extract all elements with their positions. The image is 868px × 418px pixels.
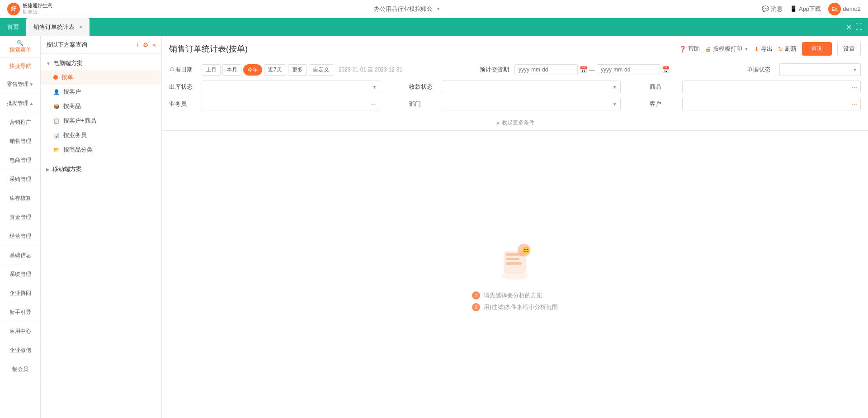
nav-dropdown-area[interactable]: 办公用品行业模拟账套 ▼ xyxy=(374,5,441,13)
salesman-dots-icon[interactable]: ··· xyxy=(372,100,377,108)
calendar-end-icon[interactable]: 📅 xyxy=(662,66,670,73)
refresh-button[interactable]: ↻ 刷新 xyxy=(778,45,797,53)
top-bar-left: 好 畅捷通好生意 标准版 xyxy=(7,3,52,15)
search-button[interactable]: 查询 xyxy=(802,42,832,56)
sidebar-marketing[interactable]: 营销推广 xyxy=(0,113,40,132)
sidebar-ecommerce[interactable]: 电商管理 xyxy=(0,151,40,170)
date-btn-more[interactable]: 更多 xyxy=(288,64,307,76)
sidebar-item-operation[interactable]: 经营管理 xyxy=(0,229,40,244)
product-dots-icon[interactable]: ··· xyxy=(852,83,857,90)
sidebar-wework[interactable]: 企业微信 xyxy=(0,341,40,360)
sidebar-item-retail[interactable]: 零售管理 ▼ xyxy=(0,77,40,92)
scheme-item-by-product[interactable]: 📦 按商品 xyxy=(41,99,161,114)
sidebar-item-basic[interactable]: 基础信息 xyxy=(0,248,40,263)
sidebar-apps[interactable]: 应用中心 xyxy=(0,322,40,341)
salesman-input[interactable] xyxy=(202,98,380,110)
sidebar-item-member[interactable]: 畅会员 xyxy=(0,362,40,377)
customer-dots-icon[interactable]: ··· xyxy=(852,100,857,108)
sidebar-search[interactable]: 🔍 搜索菜单 xyxy=(0,36,40,58)
scheme-item-by-salesman[interactable]: 📊 按业务员 xyxy=(41,128,161,142)
date-separator: — xyxy=(589,66,595,73)
logo-icon: 好 xyxy=(7,3,20,15)
scheme-group-pc-header[interactable]: ▼ 电脑端方案 xyxy=(41,57,161,70)
date-btn-custom[interactable]: 自定义 xyxy=(309,64,333,76)
messages-button[interactable]: 💬 消息 xyxy=(762,5,783,13)
close-window-icon[interactable]: ✕ xyxy=(846,23,852,32)
scheme-group-mobile-header[interactable]: ▶ 移动端方案 xyxy=(41,162,161,176)
customer-product-icon: 📋 xyxy=(53,118,60,124)
product-input[interactable] xyxy=(682,81,861,93)
sidebar-sales[interactable]: 销售管理 xyxy=(0,132,40,151)
sidebar-member[interactable]: 畅会员 xyxy=(0,360,40,379)
status-select[interactable] xyxy=(779,63,861,76)
sidebar-item-marketing[interactable]: 营销推广 xyxy=(0,115,40,130)
customer-input[interactable] xyxy=(682,98,861,110)
sidebar-item-wholesale[interactable]: 批发管理 ▲ xyxy=(0,96,40,111)
pay-status-select[interactable] xyxy=(442,81,620,93)
pay-status-label: 收款状态 xyxy=(409,83,436,91)
calendar-start-icon[interactable]: 📅 xyxy=(580,66,587,73)
sidebar-system[interactable]: 系统管理 xyxy=(0,265,40,284)
scheme-group-mobile: ▶ 移动端方案 xyxy=(41,160,161,179)
scheme-item-by-category[interactable]: 📂 按商品分类 xyxy=(41,142,161,157)
sidebar-item-collab[interactable]: 企业协同 xyxy=(0,286,40,301)
sidebar-collab[interactable]: 企业协同 xyxy=(0,284,40,303)
sidebar-inventory[interactable]: 库存核算 xyxy=(0,189,40,208)
svg-text:😊: 😊 xyxy=(522,247,530,254)
scheme-group-mobile-arrow: ▶ xyxy=(46,167,50,172)
sidebar-item-inventory[interactable]: 库存核算 xyxy=(0,191,40,206)
user-area[interactable]: Ea demo2 xyxy=(828,3,861,15)
sidebar-purchase[interactable]: 采购管理 xyxy=(0,170,40,189)
empty-tips: 1 请先选择要分析的方案 2 用[过滤]条件来缩小分析范围 xyxy=(472,291,557,311)
date-btn-this-month[interactable]: 本月 xyxy=(222,64,241,76)
tab-home[interactable]: 首页 xyxy=(0,18,26,36)
sidebar-retail[interactable]: 零售管理 ▼ xyxy=(0,75,40,94)
expected-date-start[interactable] xyxy=(514,64,578,75)
sidebar-quick-nav[interactable]: 快捷导航 xyxy=(0,58,40,75)
ship-status-wrapper: ▼ xyxy=(202,81,380,93)
tip-1-text: 请先选择要分析的方案 xyxy=(484,291,542,299)
settings-scheme-button[interactable]: ⚙ xyxy=(143,41,149,48)
scheme-item-by-customer-product[interactable]: 📋 按客户+商品 xyxy=(41,114,161,128)
sidebar-item-ecommerce[interactable]: 电商管理 xyxy=(0,153,40,168)
help-button[interactable]: ❓ 帮助 xyxy=(679,45,700,53)
sidebar-guide[interactable]: 新手引导 xyxy=(0,303,40,322)
right-content: 销售订单统计表(按单) ❓ 帮助 🖨 按模板打印 ▼ ⬇ 导出 xyxy=(162,36,868,418)
scheme-item-by-order[interactable]: 按单 xyxy=(41,70,161,85)
export-button[interactable]: ⬇ 导出 xyxy=(754,45,773,53)
add-scheme-button[interactable]: + xyxy=(136,41,139,48)
ship-status-select[interactable] xyxy=(202,81,380,93)
scheme-item-by-customer[interactable]: 👤 按客户 xyxy=(41,85,161,99)
date-btn-this-year[interactable]: 今年 xyxy=(243,64,262,76)
date-btn-last-month[interactable]: 上月 xyxy=(202,64,221,76)
sidebar-item-guide[interactable]: 新手引导 xyxy=(0,305,40,320)
template-print-button[interactable]: 🖨 按模板打印 ▼ xyxy=(705,45,749,53)
sidebar-item-sales[interactable]: 销售管理 xyxy=(0,134,40,149)
help-icon: ❓ xyxy=(679,46,686,52)
settings-button[interactable]: 设置 xyxy=(837,42,861,56)
collapse-panel-button[interactable]: « xyxy=(152,41,156,48)
sidebar-item-system[interactable]: 系统管理 xyxy=(0,267,40,282)
tab-close-icon[interactable]: × xyxy=(79,24,82,30)
status-select-wrapper: ▼ xyxy=(779,63,861,76)
customer-input-wrapper: ··· xyxy=(682,98,861,110)
dept-select[interactable] xyxy=(442,98,620,110)
date-btn-7days[interactable]: 近7天 xyxy=(264,64,286,76)
sidebar-basic[interactable]: 基础信息 xyxy=(0,246,40,265)
maximize-icon[interactable]: ⛶ xyxy=(855,23,863,31)
sidebar-item-finance[interactable]: 资金管理 xyxy=(0,210,40,225)
sidebar-wholesale[interactable]: 批发管理 ▲ xyxy=(0,94,40,113)
date-range-display: 2023-01-01 至 2023-12-31 xyxy=(339,66,402,74)
collapse-button[interactable]: ∧ 收起更多条件 xyxy=(169,115,861,130)
salesman-input-wrapper: ··· xyxy=(202,98,380,110)
sidebar-finance[interactable]: 资金管理 xyxy=(0,208,40,227)
sidebar-item-wework[interactable]: 企业微信 xyxy=(0,343,40,358)
expected-date-end[interactable] xyxy=(597,64,660,75)
sidebar-operation[interactable]: 经营管理 xyxy=(0,227,40,246)
quick-nav-label[interactable]: 快捷导航 xyxy=(0,61,40,72)
app-download-button[interactable]: 📱 App下载 xyxy=(790,5,821,13)
tab-sales-stats[interactable]: 销售订单统计表 × xyxy=(26,18,90,36)
sidebar-item-purchase[interactable]: 采购管理 xyxy=(0,172,40,187)
sidebar-item-apps[interactable]: 应用中心 xyxy=(0,324,40,339)
filter-row-2: 出库状态 ▼ 收款状态 ▼ xyxy=(169,81,861,93)
